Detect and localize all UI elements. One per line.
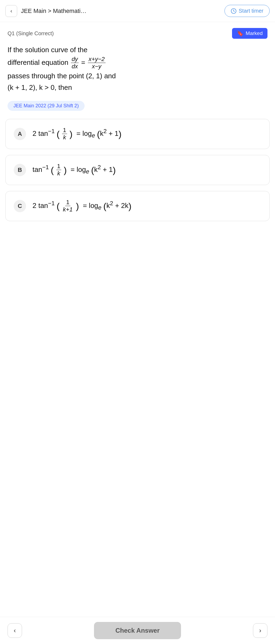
back-icon: ‹	[10, 8, 12, 14]
timer-label: Start timer	[239, 8, 263, 14]
sub-e-a: e	[92, 132, 95, 139]
option-b-card[interactable]: B tan−1 ( 1 k ) = loge (k2 + 1)	[5, 155, 270, 185]
options-container: A 2 tan−1 ( 1 k ) = loge (k2 + 1) B tan−…	[0, 119, 275, 221]
breadcrumb: JEE Main > Mathemati…	[21, 8, 225, 15]
sup-neg1-c: −1	[48, 200, 55, 207]
question-line-2: differential equation dy dx = x+y−2 x−y	[8, 56, 267, 70]
next-icon: ›	[259, 627, 261, 634]
question-line-3: passes through the point (2, 1) and	[8, 70, 267, 82]
check-answer-button[interactable]: Check Answer	[94, 622, 181, 639]
bottom-navigation: ‹ Check Answer ›	[0, 617, 275, 644]
marked-badge[interactable]: 🔖 Marked	[232, 28, 267, 39]
option-a-card[interactable]: A 2 tan−1 ( 1 k ) = loge (k2 + 1)	[5, 119, 270, 149]
dx-denominator: dx	[71, 63, 79, 70]
source-tag: JEE Main 2022 (29 Jul Shift 2)	[8, 101, 85, 111]
question-label: Q1 (Single Correct)	[8, 30, 54, 37]
frac-a: 1 k	[62, 127, 67, 141]
dy-numerator: dy	[71, 56, 79, 63]
header: ‹ JEE Main > Mathemati… Start timer	[0, 0, 275, 22]
prev-icon: ‹	[14, 627, 16, 634]
sup-neg1-a: −1	[48, 128, 55, 135]
option-b-label: B	[14, 164, 26, 176]
prev-button[interactable]: ‹	[8, 623, 22, 638]
next-button[interactable]: ›	[253, 623, 267, 638]
marked-label: Marked	[246, 30, 263, 36]
sub-e-b: e	[86, 168, 89, 175]
rhs-denominator: x−y	[91, 63, 102, 70]
sub-e-c: e	[98, 204, 102, 211]
rhs-numerator: x+y−2	[88, 56, 106, 63]
check-answer-label: Check Answer	[115, 627, 160, 634]
clock-icon	[231, 8, 237, 14]
timer-button[interactable]: Start timer	[225, 5, 270, 17]
rhs-fraction: x+y−2 x−y	[88, 56, 106, 70]
bottom-spacer	[0, 221, 275, 248]
back-button[interactable]: ‹	[5, 5, 17, 17]
option-c-label: C	[14, 200, 26, 212]
sup-neg1-b: −1	[42, 164, 49, 171]
frac-c: 1 k+1	[62, 199, 73, 213]
question-meta: Q1 (Single Correct) 🔖 Marked	[0, 22, 275, 41]
option-a-math: 2 tan−1 ( 1 k ) = loge (k2 + 1)	[32, 127, 122, 141]
question-line-4: (k + 1, 2), k > 0, then	[8, 82, 267, 93]
source-tag-container: JEE Main 2022 (29 Jul Shift 2)	[0, 98, 275, 119]
option-b-math: tan−1 ( 1 k ) = loge (k2 + 1)	[32, 163, 116, 177]
question-body: If the solution curve of the differentia…	[0, 41, 275, 98]
option-c-card[interactable]: C 2 tan−1 ( 1 k+1 ) = loge (k2 + 2k)	[5, 191, 270, 221]
option-a-label: A	[14, 128, 26, 140]
option-c-math: 2 tan−1 ( 1 k+1 ) = loge (k2 + 2k)	[32, 199, 132, 213]
frac-b: 1 k	[56, 163, 61, 177]
bookmark-icon: 🔖	[237, 30, 244, 37]
dy-dx-fraction: dy dx	[71, 56, 79, 70]
question-line-1: If the solution curve of the	[8, 44, 267, 56]
